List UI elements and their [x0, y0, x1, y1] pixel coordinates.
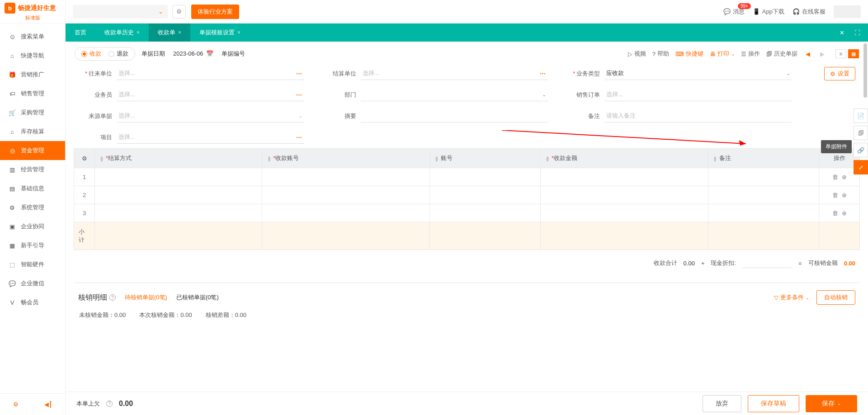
print-link[interactable]: 🖶打印⌄ [710, 50, 735, 58]
help-icon[interactable]: ? [106, 401, 113, 407]
sidebar-item-4[interactable]: 🛒采购管理 [0, 103, 65, 122]
scrollbar[interactable] [863, 43, 867, 98]
salesman-label: 业务员 [78, 91, 117, 99]
close-icon[interactable]: × [178, 29, 181, 36]
verify-tab-pending[interactable]: 待核销单据(0笔) [125, 293, 167, 302]
more-icon[interactable]: ⋯ [296, 134, 302, 141]
customer-input[interactable]: 选择...⋯ [117, 67, 304, 80]
sidebar-item-3[interactable]: 🏷销售管理 [0, 84, 65, 103]
more-icon[interactable]: ⋯ [296, 91, 302, 98]
add-row-icon[interactable]: ⊕ [842, 210, 847, 217]
tab-2[interactable]: 收款单× [149, 24, 190, 42]
col-settle-method[interactable]: ▲▼*结算方式 [95, 149, 262, 168]
radio-refund[interactable]: 退款 [108, 50, 128, 58]
fullscreen-icon[interactable]: ⛶ [852, 27, 863, 38]
table-row[interactable]: 3🗑⊕ [74, 204, 860, 222]
settleunit-input[interactable]: 选择...⋯ [361, 67, 548, 80]
more-icon[interactable]: ⋯ [540, 70, 546, 77]
add-row-icon[interactable]: ⊕ [842, 192, 847, 198]
calendar-icon: 📅 [206, 50, 213, 57]
more-icon[interactable]: ⋯ [296, 70, 302, 77]
support-link[interactable]: 🎧 在线客服 [793, 8, 826, 16]
tab-0[interactable]: 首页 [66, 24, 95, 42]
save-button[interactable]: 保存⌄ [806, 395, 857, 412]
form-area: 往来单位选择...⋯ 结算单位选择...⋯ 业务类型应收款⌄ 业务员选择...⋯… [66, 64, 868, 148]
col-account-no[interactable]: ▲▼账号 [429, 149, 540, 168]
sidebar-item-label: 库存核算 [21, 127, 44, 136]
summary-input[interactable] [361, 110, 548, 123]
history-link[interactable]: 🗐历史单据 [766, 50, 797, 58]
view-form-icon[interactable]: ▦ [848, 49, 859, 58]
tab-3[interactable]: 单据模板设置× [190, 24, 250, 42]
prev-doc-icon[interactable]: ◀ [804, 51, 812, 57]
sidebar-item-13[interactable]: 💬企业微信 [0, 274, 65, 293]
sidebar-item-14[interactable]: V畅会员 [0, 293, 65, 312]
app-download-link[interactable]: 📱 App下载 [753, 8, 784, 16]
discard-button[interactable]: 放弃 [703, 395, 741, 412]
col-receive-account[interactable]: ▲▼*收款账号 [262, 149, 429, 168]
sidebar-item-0[interactable]: ⊙搜索菜单 [0, 27, 65, 46]
collapse-icon[interactable]: ◀┃ [44, 401, 52, 408]
close-icon[interactable]: × [237, 29, 241, 36]
auto-verify-button[interactable]: 自动核销 [816, 290, 855, 305]
dept-input[interactable]: ⌄ [361, 89, 548, 101]
trial-button[interactable]: 体验行业方案 [191, 5, 239, 19]
biztype-input[interactable]: 应收款⌄ [604, 67, 792, 80]
brand-edition: 标准版 [5, 14, 61, 21]
sourcedoc-input[interactable]: 选择...⌄ [117, 109, 304, 123]
messages-link[interactable]: 💬 消息 99+ [723, 8, 745, 16]
float-expand-icon[interactable]: ⤢ [854, 160, 868, 174]
float-attachment-icon[interactable]: 🔗 [854, 143, 868, 157]
sidebar-item-9[interactable]: ⚙系统管理 [0, 198, 65, 217]
delete-icon[interactable]: 🗑 [832, 210, 838, 217]
video-link[interactable]: ▷视频 [628, 50, 646, 58]
table-row[interactable]: 2🗑⊕ [74, 186, 860, 204]
salesorder-input[interactable]: 选择... [604, 88, 792, 101]
shortcut-link[interactable]: ⌨快捷键 [675, 50, 703, 58]
add-row-icon[interactable]: ⊕ [842, 174, 847, 180]
config-icon[interactable]: ⚙ [172, 5, 186, 19]
settings-icon[interactable]: ⚙ [13, 401, 19, 408]
salesman-input[interactable]: 选择...⋯ [117, 88, 304, 101]
tab-1[interactable]: 收款单历史× [95, 24, 149, 42]
save-draft-button[interactable]: 保存草稿 [748, 395, 799, 412]
help-link[interactable]: ?帮助 [652, 50, 669, 58]
tab-close-all-icon[interactable]: ✕ [836, 27, 847, 38]
delete-icon[interactable]: 🗑 [832, 192, 838, 198]
sidebar-item-7[interactable]: ▥经营管理 [0, 160, 65, 179]
sidebar-item-1[interactable]: ⌂快捷导航 [0, 46, 65, 65]
table-gear-header[interactable]: ⚙ [74, 149, 95, 168]
sidebar-item-label: 营销推广 [21, 71, 44, 79]
cash-discount-input[interactable] [742, 258, 792, 268]
view-list-icon[interactable]: ≡ [835, 49, 846, 58]
col-remark[interactable]: ▲▼备注 [708, 149, 819, 168]
company-selector[interactable]: ⌄ [73, 5, 168, 19]
delete-icon[interactable]: 🗑 [832, 174, 838, 180]
more-conditions-link[interactable]: ▽更多条件⌄ [774, 293, 809, 302]
sidebar-item-10[interactable]: ▣企业协同 [0, 217, 65, 236]
operate-link[interactable]: ☰操作 [741, 50, 760, 58]
remark-input[interactable]: 请输入备注 [604, 109, 792, 123]
table-row[interactable]: 1🗑⊕ [74, 168, 860, 186]
sidebar-item-5[interactable]: ⌂库存核算 [0, 122, 65, 141]
sidebar-item-2[interactable]: 🎁营销推广 [0, 65, 65, 84]
verify-tab-done[interactable]: 已核销单据(0笔) [176, 293, 219, 302]
col-receive-amount[interactable]: ▲▼*收款金额 [541, 149, 708, 168]
close-icon[interactable]: × [137, 29, 140, 36]
sidebar-item-label: 企业协同 [21, 222, 44, 231]
date-input[interactable]: 2023-06-06 📅 [171, 49, 215, 58]
tabs-bar: 首页收款单历史×收款单×单据模板设置× ✕ ⛶ [66, 24, 868, 42]
radio-receive[interactable]: 收款 [81, 50, 101, 58]
help-icon[interactable]: ? [109, 294, 116, 301]
float-note-icon[interactable]: 📄 [854, 108, 868, 123]
sidebar-item-11[interactable]: ▦新手引导 [0, 236, 65, 255]
float-print-icon[interactable]: 🗐 [854, 126, 868, 140]
settings-button[interactable]: ⚙设置 [824, 67, 855, 80]
project-input[interactable]: 选择...⋯ [117, 131, 304, 144]
sidebar-item-6[interactable]: ◎资金管理 [0, 141, 65, 160]
doc-type-radio: 收款 退款 [75, 47, 135, 61]
next-doc-icon[interactable]: ▶ [818, 51, 826, 57]
sidebar-item-12[interactable]: ⬚智能硬件 [0, 255, 65, 274]
user-avatar[interactable] [834, 5, 861, 18]
sidebar-item-8[interactable]: ▤基础信息 [0, 179, 65, 198]
